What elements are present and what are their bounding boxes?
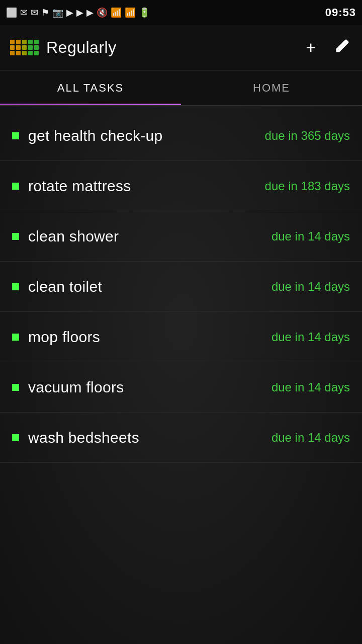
- task-item[interactable]: rotate mattressdue in 183 days: [0, 161, 362, 211]
- tab-all-tasks[interactable]: ALL TASKS: [0, 70, 181, 105]
- task-bullet-icon: [12, 434, 19, 441]
- app-bar-left: Regularly: [10, 38, 117, 57]
- task-name: get health check-up: [28, 127, 163, 144]
- tab-home[interactable]: HOME: [181, 70, 362, 105]
- task-item[interactable]: vacuum floorsdue in 14 days: [0, 362, 362, 413]
- task-bullet-icon: [12, 132, 19, 139]
- logo-dot: [28, 40, 33, 44]
- mail-icon: ✉: [20, 7, 28, 18]
- logo-dot: [22, 45, 27, 50]
- status-time: 09:53: [325, 6, 356, 19]
- task-bullet-icon: [12, 233, 19, 240]
- task-left: mop floors: [12, 329, 100, 346]
- play2-icon: ▶: [76, 7, 83, 18]
- task-bullet-icon: [12, 183, 19, 190]
- task-bullet-icon: [12, 384, 19, 391]
- task-name: clean toilet: [28, 278, 102, 295]
- mute-icon: 🔇: [97, 7, 108, 18]
- logo-dot: [34, 51, 39, 55]
- task-left: vacuum floors: [12, 379, 124, 396]
- play3-icon: ▶: [86, 7, 94, 18]
- logo-dot: [28, 45, 33, 50]
- task-due-label: due in 183 days: [265, 179, 350, 193]
- task-left: rotate mattress: [12, 178, 131, 195]
- pencil-icon: [335, 38, 350, 53]
- wifi-icon: 📶: [111, 7, 122, 18]
- task-name: clean shower: [28, 228, 119, 245]
- task-due-label: due in 14 days: [272, 330, 350, 344]
- status-bar: ⬜ ✉ ✉ ⚑ 📷 ▶ ▶ ▶ 🔇 📶 📶 🔋 09:53: [0, 0, 362, 25]
- edit-button[interactable]: [333, 36, 352, 59]
- battery-icon: 🔋: [139, 7, 150, 18]
- app-title: Regularly: [46, 38, 117, 57]
- logo-dot: [22, 40, 27, 44]
- task-left: wash bedsheets: [12, 429, 139, 446]
- task-list: get health check-updue in 365 daysrotate…: [0, 106, 362, 468]
- camera-icon: 📷: [52, 7, 63, 18]
- app-bar: Regularly +: [0, 25, 362, 70]
- task-bullet-icon: [12, 334, 19, 341]
- tabs: ALL TASKS HOME: [0, 70, 362, 106]
- task-name: mop floors: [28, 329, 100, 346]
- task-item[interactable]: mop floorsdue in 14 days: [0, 312, 362, 362]
- task-name: vacuum floors: [28, 379, 124, 396]
- task-item[interactable]: clean toiletdue in 14 days: [0, 262, 362, 312]
- task-name: wash bedsheets: [28, 429, 139, 446]
- task-left: clean shower: [12, 228, 119, 245]
- task-due-label: due in 14 days: [272, 280, 350, 294]
- task-bullet-icon: [12, 283, 19, 290]
- task-item[interactable]: get health check-updue in 365 days: [0, 111, 362, 161]
- logo-dot: [10, 51, 15, 55]
- app-logo: [10, 40, 39, 55]
- task-item[interactable]: clean showerdue in 14 days: [0, 211, 362, 262]
- logo-dot: [22, 51, 27, 55]
- logo-dot: [16, 51, 21, 55]
- signal-icon: 📶: [125, 7, 136, 18]
- logo-dot: [34, 40, 39, 44]
- task-left: clean toilet: [12, 278, 102, 295]
- mail2-icon: ✉: [31, 7, 38, 18]
- image-icon: ⬜: [6, 7, 17, 18]
- task-due-label: due in 365 days: [265, 129, 350, 143]
- task-due-label: due in 14 days: [272, 380, 350, 394]
- task-left: get health check-up: [12, 127, 163, 144]
- logo-dot: [10, 40, 15, 44]
- logo-dot: [34, 45, 39, 50]
- task-name: rotate mattress: [28, 178, 131, 195]
- logo-dot: [10, 45, 15, 50]
- status-icons-left: ⬜ ✉ ✉ ⚑ 📷 ▶ ▶ ▶ 🔇 📶 📶 🔋: [6, 7, 150, 18]
- flag-icon: ⚑: [41, 7, 49, 18]
- logo-dot: [16, 45, 21, 50]
- logo-dot: [16, 40, 21, 44]
- app-bar-actions: +: [304, 36, 352, 59]
- add-task-button[interactable]: +: [304, 36, 318, 59]
- logo-dot: [28, 51, 33, 55]
- task-due-label: due in 14 days: [272, 431, 350, 445]
- task-due-label: due in 14 days: [272, 229, 350, 244]
- task-item[interactable]: wash bedsheetsdue in 14 days: [0, 413, 362, 463]
- play-icon: ▶: [66, 7, 73, 18]
